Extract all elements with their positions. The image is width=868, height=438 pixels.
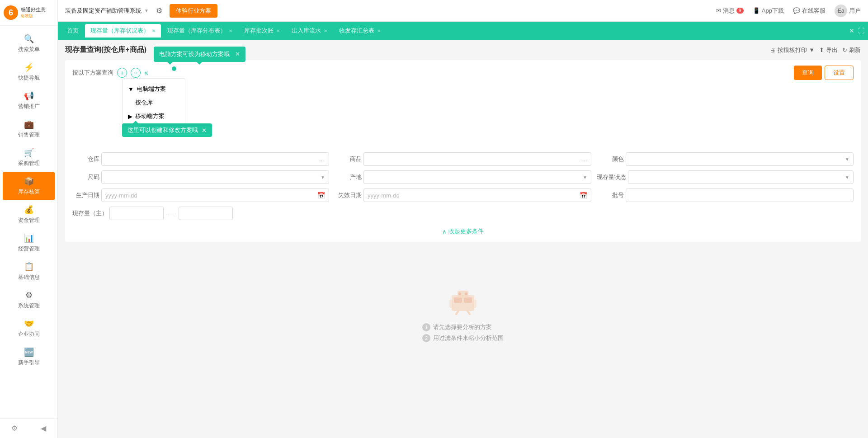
tab-inventory-status[interactable]: 现存量（库存状况表） ✕ bbox=[85, 24, 161, 38]
stock-status-select[interactable]: ▼ bbox=[628, 170, 854, 184]
stock-main-to[interactable] bbox=[179, 207, 233, 220]
trial-button[interactable]: 体验行业方案 bbox=[170, 4, 217, 18]
top-header: 装备及固定资产辅助管理系统 ▼ ⚙ 体验行业方案 ✉ 消息 9 📱 App下载 … bbox=[58, 0, 868, 22]
collapse-arrow-icon: ∧ bbox=[442, 228, 447, 235]
header-settings-btn[interactable]: ⚙ bbox=[156, 6, 162, 15]
print-btn[interactable]: 🖨 按模板打印 ▼ bbox=[770, 46, 815, 54]
warehouse-input[interactable]: … bbox=[101, 152, 329, 166]
sidebar-item-marketing[interactable]: 📢 营销推广 bbox=[0, 86, 57, 115]
tab-fullscreen-btn[interactable]: ⛶ bbox=[858, 27, 864, 34]
online-service-btn[interactable]: 💬 在线客服 bbox=[793, 7, 826, 15]
scheme-collapsed-arrow: ▶ bbox=[128, 113, 132, 120]
empty-hint-2: 2 用过滤条件来缩小分析范围 bbox=[422, 334, 504, 342]
user-area[interactable]: Ea 用户 bbox=[835, 5, 861, 17]
sidebar-item-purchase[interactable]: 🛒 采购管理 bbox=[0, 143, 57, 172]
export-btn[interactable]: ⬆ 导出 bbox=[819, 46, 838, 54]
filter-add-btn[interactable]: + bbox=[117, 68, 127, 78]
tab-inout[interactable]: 出入库流水 ✕ bbox=[286, 24, 333, 38]
tab-home[interactable]: 首页 bbox=[61, 24, 84, 38]
filter-field-batch: 批号 bbox=[597, 188, 854, 202]
tab-batch[interactable]: 库存批次账 ✕ bbox=[239, 24, 285, 38]
scheme-tooltip-close[interactable]: ✕ bbox=[235, 51, 240, 57]
prod-date-icon: 📅 bbox=[317, 192, 325, 199]
reset-button[interactable]: 设置 bbox=[825, 66, 854, 80]
warehouse-more-icon: … bbox=[319, 155, 325, 163]
filter-section: 按以下方案查询 + ○ « 电脑方案可设为移动方案哦 ✕ ▼ 电脑端方案 bbox=[65, 60, 861, 242]
size-select[interactable]: ▼ bbox=[101, 170, 329, 184]
sidebar-settings-btn[interactable]: ⚙ bbox=[11, 424, 18, 433]
edit-tooltip-close[interactable]: ✕ bbox=[202, 127, 207, 134]
app-download-btn[interactable]: 📱 App下载 bbox=[753, 7, 784, 15]
sidebar-menu: 🔍 搜索菜单 ⚡ 快捷导航 📢 营销推广 💼 销售管理 🛒 采购管理 📦 库存核… bbox=[0, 26, 57, 418]
origin-select[interactable]: ▼ bbox=[363, 170, 591, 184]
expire-date-input[interactable]: yyyy-mm-dd 📅 bbox=[363, 188, 591, 202]
main-area: 装备及固定资产辅助管理系统 ▼ ⚙ 体验行业方案 ✉ 消息 9 📱 App下载 … bbox=[58, 0, 868, 438]
filter-field-warehouse: 仓库 … bbox=[72, 152, 329, 166]
tab-close-all-btn[interactable]: ✕ bbox=[849, 27, 854, 34]
sidebar-item-guide[interactable]: 🆕 新手引导 bbox=[0, 343, 57, 371]
sidebar-item-enterprise[interactable]: 🤝 企业协同 bbox=[0, 314, 57, 343]
edit-tooltip: 这里可以创建和修改方案哦 ✕ bbox=[122, 123, 212, 137]
quick-icon: ⚡ bbox=[24, 62, 34, 72]
sidebar-item-inventory[interactable]: 📦 库存核算 bbox=[3, 172, 55, 200]
svg-rect-2 bbox=[464, 297, 472, 303]
filter-row-3: 生产日期 yyyy-mm-dd 📅 失效日期 yyyy-mm-dd 📅 bbox=[72, 188, 854, 202]
print-arrow: ▼ bbox=[809, 47, 815, 53]
sidebar-item-operations[interactable]: 📊 经营管理 bbox=[0, 229, 57, 257]
message-icon: ✉ bbox=[716, 7, 721, 14]
refresh-btn[interactable]: ↻ 刷新 bbox=[842, 46, 861, 54]
empty-hint-1: 1 请先选择要分析的方案 bbox=[422, 323, 504, 331]
tab-close-icon[interactable]: ✕ bbox=[152, 28, 156, 33]
empty-state: 1 请先选择要分析的方案 2 用过滤条件来缩小分析范围 bbox=[65, 245, 861, 381]
sidebar-item-system[interactable]: ⚙ 系统管理 bbox=[0, 286, 57, 314]
basic-icon: 📋 bbox=[24, 262, 34, 272]
marketing-icon: 📢 bbox=[24, 91, 34, 101]
origin-select-arrow: ▼ bbox=[583, 175, 587, 180]
filter-arrow-btn[interactable]: « bbox=[144, 69, 148, 77]
filter-header: 按以下方案查询 + ○ « 电脑方案可设为移动方案哦 ✕ ▼ 电脑端方案 bbox=[72, 66, 854, 80]
message-btn[interactable]: ✉ 消息 9 bbox=[716, 7, 744, 15]
filter-circle-btn[interactable]: ○ bbox=[131, 68, 141, 78]
scheme-item-pc[interactable]: ▼ 电脑端方案 bbox=[123, 82, 185, 96]
refresh-icon: ↻ bbox=[842, 47, 847, 53]
operations-icon: 📊 bbox=[24, 233, 34, 243]
sales-icon: 💼 bbox=[24, 119, 34, 129]
sidebar-item-finance[interactable]: 💰 资金管理 bbox=[0, 200, 57, 229]
filter-field-prod-date: 生产日期 yyyy-mm-dd 📅 bbox=[72, 188, 329, 202]
filter-row-1: 仓库 … 商品 … 颜色 bbox=[72, 152, 854, 166]
filter-field-goods: 商品 … bbox=[335, 152, 591, 166]
search-button[interactable]: 查询 bbox=[794, 66, 822, 80]
tab-close-icon[interactable]: ✕ bbox=[276, 28, 280, 33]
system-icon: ⚙ bbox=[25, 290, 33, 300]
inventory-icon: 📦 bbox=[24, 176, 34, 186]
sidebar-item-search[interactable]: 🔍 搜索菜单 bbox=[0, 29, 57, 58]
page-actions: 🖨 按模板打印 ▼ ⬆ 导出 ↻ 刷新 bbox=[770, 46, 861, 54]
collapse-btn[interactable]: ∧ 收起更多条件 bbox=[72, 225, 854, 236]
scheme-item-mobile[interactable]: ▶ 移动端方案 bbox=[123, 109, 185, 123]
color-select[interactable]: ▼ bbox=[626, 152, 854, 166]
tab-close-icon[interactable]: ✕ bbox=[377, 28, 381, 33]
tab-summary[interactable]: 收发存汇总表 ✕ bbox=[334, 24, 386, 38]
sidebar-item-sales[interactable]: 💼 销售管理 bbox=[0, 115, 57, 143]
stock-main-from[interactable] bbox=[109, 207, 164, 220]
enterprise-icon: 🤝 bbox=[24, 319, 34, 329]
scheme-tooltip: 电脑方案可设为移动方案哦 ✕ bbox=[154, 47, 245, 62]
svg-line-9 bbox=[467, 311, 470, 314]
batch-input[interactable] bbox=[626, 188, 854, 202]
goods-input[interactable]: … bbox=[363, 152, 591, 166]
tab-close-icon[interactable]: ✕ bbox=[229, 28, 232, 33]
sidebar-collapse-btn[interactable]: ◀ bbox=[41, 424, 46, 433]
sidebar-item-quick[interactable]: ⚡ 快捷导航 bbox=[0, 58, 57, 86]
print-icon: 🖨 bbox=[770, 47, 776, 53]
expire-date-icon: 📅 bbox=[580, 192, 587, 199]
system-selector[interactable]: 装备及固定资产辅助管理系统 ▼ bbox=[65, 7, 149, 15]
btn-group-right: 查询 设置 bbox=[794, 66, 854, 80]
tab-inventory-dist[interactable]: 现存量（库存分布表） ✕ bbox=[162, 24, 238, 38]
sidebar-item-basic[interactable]: 📋 基础信息 bbox=[0, 257, 57, 286]
prod-date-input[interactable]: yyyy-mm-dd 📅 bbox=[101, 188, 329, 202]
page-title: 现存量查询(按仓库+商品) bbox=[65, 45, 146, 55]
tabs-right: ✕ ⛶ bbox=[849, 27, 864, 34]
connector-dot bbox=[172, 66, 176, 71]
scheme-sub-item[interactable]: 按仓库 bbox=[123, 96, 185, 109]
tab-close-icon[interactable]: ✕ bbox=[324, 28, 327, 33]
